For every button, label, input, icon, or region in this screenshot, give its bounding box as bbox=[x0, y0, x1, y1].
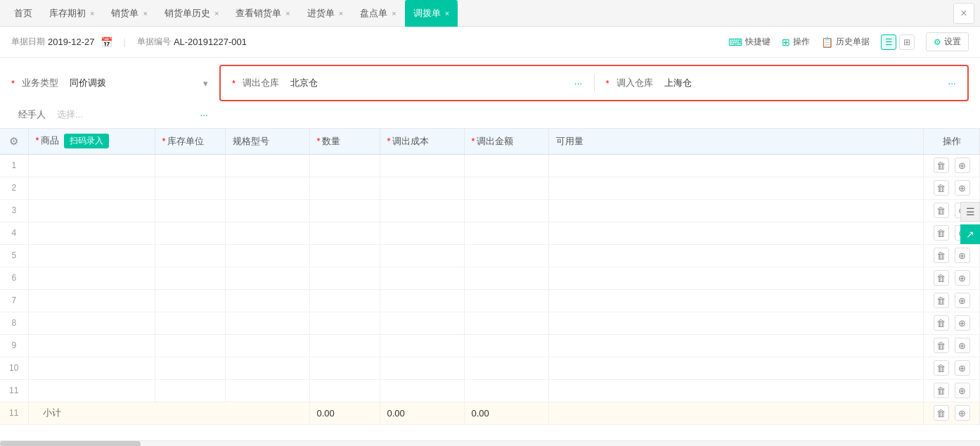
business-type-dropdown[interactable]: ▾ bbox=[203, 78, 208, 89]
row-spec[interactable] bbox=[225, 289, 309, 312]
row-unit[interactable] bbox=[155, 177, 225, 199]
row-quantity[interactable] bbox=[309, 379, 380, 402]
row-quantity[interactable] bbox=[309, 334, 380, 357]
calendar-icon[interactable]: 📅 bbox=[101, 37, 112, 48]
tab-sales-order[interactable]: 销货单 × bbox=[103, 0, 155, 27]
handler-input[interactable]: 选择... bbox=[57, 108, 83, 121]
delete-row-button[interactable]: 🗑 bbox=[934, 180, 949, 196]
tab-close-transfer[interactable]: × bbox=[445, 9, 449, 18]
tab-transfer[interactable]: 调拨单 × bbox=[405, 0, 458, 27]
delete-row-button[interactable]: 🗑 bbox=[934, 360, 949, 376]
row-product[interactable] bbox=[28, 334, 155, 357]
row-cost[interactable] bbox=[380, 244, 464, 267]
row-spec[interactable] bbox=[225, 177, 309, 199]
out-warehouse-more[interactable]: ··· bbox=[574, 77, 583, 89]
row-spec[interactable] bbox=[225, 267, 309, 289]
row-spec[interactable] bbox=[225, 379, 309, 402]
row-amount[interactable] bbox=[464, 267, 548, 289]
row-available[interactable] bbox=[548, 199, 924, 222]
tab-close-stocktake[interactable]: × bbox=[392, 9, 396, 18]
copy-subtotal-button[interactable]: ⊕ bbox=[955, 405, 970, 421]
row-available[interactable] bbox=[548, 154, 924, 177]
tab-home[interactable]: 首页 bbox=[6, 0, 41, 27]
row-cost[interactable] bbox=[380, 312, 464, 334]
row-quantity[interactable] bbox=[309, 177, 380, 199]
row-cost[interactable] bbox=[380, 267, 464, 289]
row-quantity[interactable] bbox=[309, 289, 380, 312]
row-unit[interactable] bbox=[155, 334, 225, 357]
row-available[interactable] bbox=[548, 244, 924, 267]
row-unit[interactable] bbox=[155, 289, 225, 312]
row-spec[interactable] bbox=[225, 199, 309, 222]
row-product[interactable] bbox=[28, 177, 155, 199]
tab-close-inventory-init[interactable]: × bbox=[90, 9, 94, 18]
row-spec[interactable] bbox=[225, 222, 309, 244]
grid-view-button[interactable]: ⊞ bbox=[899, 34, 915, 50]
row-cost[interactable] bbox=[380, 379, 464, 402]
row-spec[interactable] bbox=[225, 312, 309, 334]
table-settings-icon[interactable]: ⚙ bbox=[9, 135, 18, 147]
copy-row-button[interactable]: ⊕ bbox=[955, 338, 970, 353]
delete-row-button[interactable]: 🗑 bbox=[934, 225, 949, 241]
row-cost[interactable] bbox=[380, 154, 464, 177]
row-available[interactable] bbox=[548, 289, 924, 312]
row-quantity[interactable] bbox=[309, 199, 380, 222]
row-product[interactable] bbox=[28, 379, 155, 402]
delete-row-button[interactable]: 🗑 bbox=[934, 270, 949, 286]
row-quantity[interactable] bbox=[309, 222, 380, 244]
history-action[interactable]: 📋 历史单据 bbox=[821, 36, 870, 48]
row-product[interactable] bbox=[28, 267, 155, 289]
table-container[interactable]: ⚙ *商品 扫码录入 *库存单位 规格型号 *数量 bbox=[0, 128, 980, 440]
row-amount[interactable] bbox=[464, 154, 548, 177]
copy-row-button[interactable]: ⊕ bbox=[955, 248, 970, 263]
tab-sales-history[interactable]: 销货单历史 × bbox=[156, 0, 227, 27]
copy-row-button[interactable]: ⊕ bbox=[955, 315, 970, 331]
delete-subtotal-button[interactable]: 🗑 bbox=[934, 405, 949, 421]
tab-close-sales-history[interactable]: × bbox=[214, 9, 219, 18]
tab-close-view-sales[interactable]: × bbox=[285, 9, 290, 18]
row-available[interactable] bbox=[548, 312, 924, 334]
row-available[interactable] bbox=[548, 267, 924, 289]
row-spec[interactable] bbox=[225, 357, 309, 379]
row-quantity[interactable] bbox=[309, 357, 380, 379]
row-amount[interactable] bbox=[464, 379, 548, 402]
row-quantity[interactable] bbox=[309, 267, 380, 289]
delete-row-button[interactable]: 🗑 bbox=[934, 338, 949, 353]
list-view-button[interactable]: ☰ bbox=[881, 34, 896, 50]
row-spec[interactable] bbox=[225, 154, 309, 177]
row-cost[interactable] bbox=[380, 177, 464, 199]
handler-more[interactable]: ··· bbox=[200, 109, 208, 120]
row-available[interactable] bbox=[548, 177, 924, 199]
row-unit[interactable] bbox=[155, 267, 225, 289]
copy-row-button[interactable]: ⊕ bbox=[955, 383, 970, 398]
tab-close-purchase[interactable]: × bbox=[339, 9, 343, 18]
row-available[interactable] bbox=[548, 379, 924, 402]
delete-row-button[interactable]: 🗑 bbox=[934, 248, 949, 263]
row-cost[interactable] bbox=[380, 222, 464, 244]
row-cost[interactable] bbox=[380, 289, 464, 312]
row-cost[interactable] bbox=[380, 199, 464, 222]
row-available[interactable] bbox=[548, 334, 924, 357]
row-product[interactable] bbox=[28, 244, 155, 267]
copy-row-button[interactable]: ⊕ bbox=[955, 180, 970, 196]
copy-row-button[interactable]: ⊕ bbox=[955, 270, 970, 286]
row-unit[interactable] bbox=[155, 312, 225, 334]
row-unit[interactable] bbox=[155, 244, 225, 267]
delete-row-button[interactable]: 🗑 bbox=[934, 383, 949, 398]
row-product[interactable] bbox=[28, 154, 155, 177]
row-quantity[interactable] bbox=[309, 154, 380, 177]
delete-row-button[interactable]: 🗑 bbox=[934, 293, 949, 308]
tab-close-sales-order[interactable]: × bbox=[143, 9, 147, 18]
row-unit[interactable] bbox=[155, 154, 225, 177]
row-unit[interactable] bbox=[155, 222, 225, 244]
row-amount[interactable] bbox=[464, 222, 548, 244]
copy-row-button[interactable]: ⊕ bbox=[955, 293, 970, 308]
delete-row-button[interactable]: 🗑 bbox=[934, 203, 949, 218]
delete-row-button[interactable]: 🗑 bbox=[934, 315, 949, 331]
row-unit[interactable] bbox=[155, 379, 225, 402]
row-unit[interactable] bbox=[155, 357, 225, 379]
in-warehouse-more[interactable]: ··· bbox=[948, 77, 956, 89]
row-amount[interactable] bbox=[464, 244, 548, 267]
row-product[interactable] bbox=[28, 222, 155, 244]
shortcut-action[interactable]: ⌨ 快捷键 bbox=[728, 36, 771, 48]
